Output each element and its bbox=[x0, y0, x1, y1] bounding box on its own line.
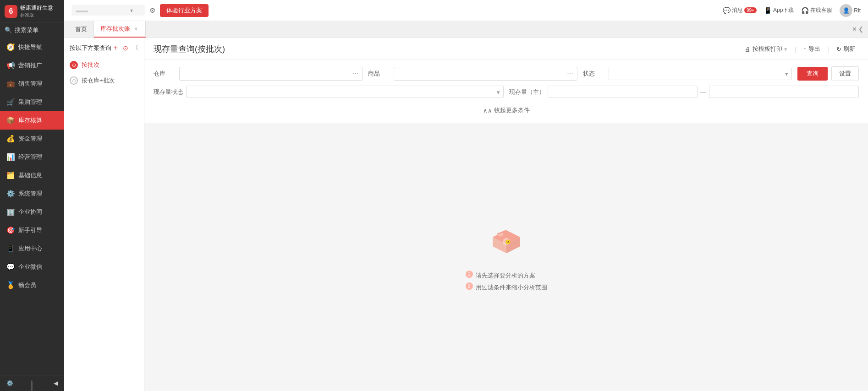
product-label: 商品 bbox=[368, 70, 391, 78]
svg-text:😕: 😕 bbox=[505, 239, 511, 245]
topbar-search-icon: ▬▬ bbox=[76, 7, 88, 14]
sidebar-item-basic[interactable]: 🗂️ 基础信息 bbox=[0, 166, 64, 185]
table-area: 😕 1 请先选择要分析的方案 2 用过滤条件来缩小分析范围 bbox=[144, 123, 868, 391]
sidebar-search-label: 搜索菜单 bbox=[15, 26, 38, 34]
filter-panel: 按以下方案查询 ＋ ⊙ 《 ⊙ 按批次 ⊙ 按仓库+批次 bbox=[64, 38, 144, 391]
filter-row-1: 仓库 ··· 商品 ··· bbox=[154, 66, 859, 81]
quick-nav-icon: 🧭 bbox=[6, 43, 15, 51]
collapse-icon[interactable]: ◀ bbox=[54, 380, 58, 386]
warehouse-field: 仓库 ··· bbox=[154, 67, 363, 81]
topbar-search-area[interactable]: ▬▬ ▾ bbox=[71, 5, 145, 16]
sidebar-item-appstore[interactable]: 📱 应用中心 bbox=[0, 239, 64, 258]
filter-item-label-warehouse: 按仓库+批次 bbox=[82, 76, 115, 85]
filter-item-icon-batch: ⊙ bbox=[70, 61, 78, 69]
stock-qty-min[interactable] bbox=[548, 86, 698, 98]
filter-settings-icon[interactable]: ⊙ bbox=[123, 44, 128, 52]
sidebar-item-label: 系统管理 bbox=[18, 190, 42, 198]
messages-button[interactable]: 💬 消息 99+ bbox=[723, 6, 757, 14]
search-icon: 🔍 bbox=[5, 27, 12, 33]
stock-status-select[interactable] bbox=[186, 86, 504, 98]
sidebar-item-label: 应用中心 bbox=[18, 244, 42, 253]
sidebar-footer: ⚙️ ◀ bbox=[0, 375, 64, 391]
stock-qty-max[interactable] bbox=[709, 86, 859, 98]
sidebar-item-inventory[interactable]: 📦 库存核算 bbox=[0, 111, 64, 130]
product-dots[interactable]: ··· bbox=[567, 70, 573, 78]
sidebar-item-marketing[interactable]: 📢 营销推广 bbox=[0, 56, 64, 75]
sidebar-item-member[interactable]: 🏅 畅会员 bbox=[0, 276, 64, 294]
empty-hint-1: 1 请先选择要分析的方案 bbox=[466, 270, 547, 282]
collapse-more-label: 收起更多条件 bbox=[494, 106, 530, 114]
system-icon: ⚙️ bbox=[6, 190, 15, 198]
tab-chevron-icon[interactable]: ❮ bbox=[858, 26, 863, 33]
sidebar-item-label: 采购管理 bbox=[18, 98, 42, 106]
empty-illustration: 😕 bbox=[483, 221, 529, 262]
export-label: 导出 bbox=[808, 45, 820, 53]
empty-hints: 1 请先选择要分析的方案 2 用过滤条件来缩小分析范围 bbox=[466, 270, 547, 293]
message-icon: 💬 bbox=[723, 7, 731, 14]
print-button[interactable]: 🖨 按模板打印 ▾ bbox=[741, 43, 791, 55]
query-button[interactable]: 查询 bbox=[797, 67, 828, 81]
filter-item-by-batch[interactable]: ⊙ 按批次 bbox=[64, 57, 144, 73]
phone-icon: 📱 bbox=[764, 7, 772, 14]
sidebar-item-label: 经营管理 bbox=[18, 153, 42, 161]
user-name: Rit bbox=[854, 7, 861, 14]
tab-home[interactable]: 首页 bbox=[69, 21, 94, 38]
sidebar-item-wechat[interactable]: 💬 企业微信 bbox=[0, 258, 64, 276]
messages-badge: 99+ bbox=[744, 7, 757, 13]
headset-icon: 🎧 bbox=[801, 7, 809, 14]
sidebar-item-sales[interactable]: 💼 销售管理 bbox=[0, 75, 64, 93]
stock-qty-range: — bbox=[548, 86, 859, 98]
settings-button[interactable]: 设置 bbox=[831, 66, 859, 81]
export-icon: ↑ bbox=[803, 46, 807, 53]
hint-text-2: 用过滤条件来缩小分析范围 bbox=[476, 282, 547, 293]
main-area: ▬▬ ▾ ⚙ 体验行业方案 💬 消息 99+ 📱 App下载 🎧 在线客服 👤 bbox=[64, 0, 868, 391]
stock-status-label: 现存量状态 bbox=[154, 88, 183, 96]
sidebar-item-newbie[interactable]: 🎯 新手引导 bbox=[0, 221, 64, 239]
status-select[interactable] bbox=[609, 68, 792, 80]
main-content: 现存量查询(按批次) 🖨 按模板打印 ▾ | ↑ 导出 | ↻ bbox=[144, 38, 868, 391]
warehouse-input[interactable]: ··· bbox=[179, 67, 363, 81]
filter-panel-title: 按以下方案查询 bbox=[70, 44, 111, 52]
user-menu[interactable]: 👤 Rit bbox=[840, 4, 861, 17]
chevron-up-icon: ∧∧ bbox=[483, 107, 492, 114]
sidebar-item-quick-nav[interactable]: 🧭 快捷导航 bbox=[0, 38, 64, 56]
sidebar-search[interactable]: 🔍 搜索菜单 bbox=[0, 22, 64, 38]
warehouse-dots[interactable]: ··· bbox=[352, 70, 358, 78]
wechat-icon: 💬 bbox=[6, 263, 15, 271]
filter-actions: 查询 设置 bbox=[797, 66, 859, 81]
collapse-more-button[interactable]: ∧∧ 收起更多条件 bbox=[154, 103, 859, 118]
sidebar-item-label: 营销推广 bbox=[18, 61, 42, 70]
topbar-search-input[interactable] bbox=[91, 7, 127, 14]
export-button[interactable]: ↑ 导出 bbox=[800, 43, 824, 55]
tab-close-icon[interactable]: × bbox=[133, 25, 139, 33]
app-logo: 6 bbox=[5, 5, 17, 18]
online-service-button[interactable]: 🎧 在线客服 bbox=[801, 6, 832, 14]
hint-num-2: 2 bbox=[466, 282, 473, 290]
sidebar-item-finance[interactable]: 💰 资金管理 bbox=[0, 130, 64, 148]
filter-add-icon[interactable]: ＋ bbox=[112, 43, 119, 53]
hint-num-1: 1 bbox=[466, 271, 473, 278]
sidebar-item-purchase[interactable]: 🛒 采购管理 bbox=[0, 93, 64, 111]
topbar-chevron-icon: ▾ bbox=[130, 7, 133, 14]
settings-icon[interactable]: ⚙️ bbox=[6, 380, 13, 386]
filter-item-by-warehouse-batch[interactable]: ⊙ 按仓库+批次 bbox=[64, 73, 144, 88]
online-service-label: 在线客服 bbox=[810, 6, 832, 14]
sidebar-item-system[interactable]: ⚙️ 系统管理 bbox=[0, 185, 64, 203]
filter-collapse-icon[interactable]: 《 bbox=[132, 44, 138, 52]
tab-inventory-batch[interactable]: 库存批次账 × bbox=[94, 21, 146, 38]
sidebar-item-label: 快捷导航 bbox=[18, 43, 42, 51]
tab-panel-close-icon[interactable]: × bbox=[852, 25, 857, 33]
product-input[interactable]: ··· bbox=[394, 67, 577, 81]
experience-industry-button[interactable]: 体验行业方案 bbox=[160, 4, 209, 17]
sidebar-item-enterprise[interactable]: 🏢 企业协同 bbox=[0, 203, 64, 221]
app-download-button[interactable]: 📱 App下载 bbox=[764, 6, 794, 14]
page-title: 现存量查询(按批次) bbox=[154, 43, 225, 54]
filter-item-label-batch: 按批次 bbox=[82, 61, 99, 69]
sidebar-item-operations[interactable]: 📊 经营管理 bbox=[0, 148, 64, 166]
topbar-gear-icon[interactable]: ⚙ bbox=[149, 6, 155, 15]
stock-qty-label: 现存量（主） bbox=[509, 88, 545, 96]
refresh-label: 刷新 bbox=[843, 45, 855, 53]
inventory-icon: 📦 bbox=[6, 116, 15, 125]
enterprise-icon: 🏢 bbox=[6, 208, 15, 216]
refresh-button[interactable]: ↻ 刷新 bbox=[833, 43, 859, 55]
